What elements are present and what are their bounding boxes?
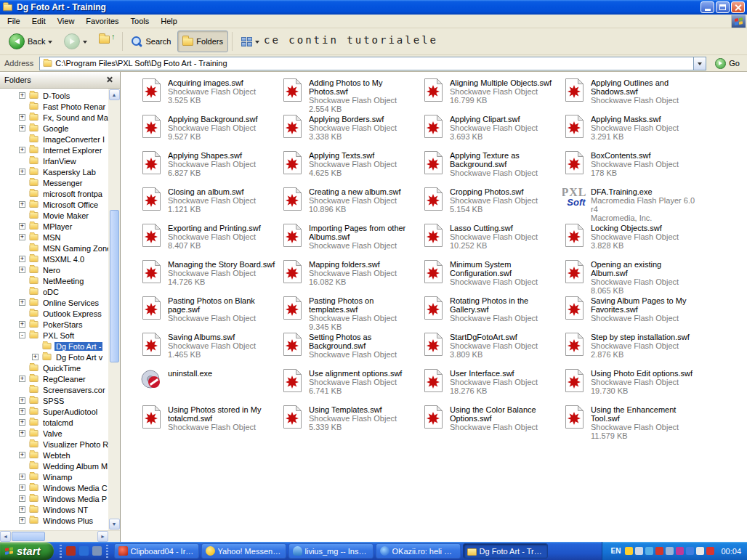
- file-tile[interactable]: Creating a new album.swfShockwave Flash …: [280, 187, 421, 223]
- collapse-icon[interactable]: -: [19, 332, 25, 338]
- tree-item[interactable]: -PXL Soft: [0, 330, 108, 341]
- firewall-tray-icon[interactable]: [676, 547, 684, 555]
- file-tile[interactable]: Use alignment options.swfShockwave Flash…: [280, 368, 421, 405]
- file-tile[interactable]: Lasso Cutting.swfShockwave Flash Object1…: [421, 223, 562, 259]
- tree-item[interactable]: +D-Tools: [0, 90, 108, 101]
- file-tile[interactable]: Using the Color Balance Options.swfShock…: [421, 405, 562, 441]
- tree-item[interactable]: Movie Maker: [0, 210, 108, 221]
- scrollbar-thumb[interactable]: [12, 532, 45, 541]
- expand-icon[interactable]: +: [19, 147, 25, 153]
- tree-item[interactable]: oDC: [0, 286, 108, 297]
- file-tile[interactable]: Applying Texts.swfShockwave Flash Object…: [280, 150, 421, 187]
- tree-item[interactable]: +Kaspersky Lab: [0, 166, 108, 177]
- tree-item[interactable]: +MSN: [0, 232, 108, 243]
- expand-icon[interactable]: +: [19, 506, 25, 513]
- tree-item[interactable]: +PokerStars: [0, 319, 108, 330]
- tree-item[interactable]: +MPlayer: [0, 221, 108, 232]
- scroll-down-button[interactable]: ▼: [109, 519, 120, 529]
- file-tile[interactable]: Using Templates.swfShockwave Flash Objec…: [280, 405, 421, 441]
- file-tile[interactable]: Rotating Photos in the Gallery.swfShockw…: [421, 296, 562, 332]
- expand-icon[interactable]: +: [19, 114, 25, 121]
- views-button[interactable]: [236, 31, 265, 52]
- expand-icon[interactable]: +: [19, 321, 25, 328]
- file-tile[interactable]: Aligning Multiple Objects.swfShockwave F…: [421, 78, 562, 114]
- menu-favorites[interactable]: Favorites: [80, 15, 124, 27]
- file-tile[interactable]: Applying Masks.swfShockwave Flash Object…: [562, 114, 703, 150]
- file-tile[interactable]: Opening an existing Album.swfShockwave F…: [562, 259, 703, 296]
- tree-item[interactable]: Fast Photo Renar: [0, 101, 108, 112]
- taskbar-task[interactable]: livius_mg -- Insta...: [288, 543, 374, 559]
- menu-edit[interactable]: Edit: [26, 15, 52, 27]
- tree-item[interactable]: ImageConverter I: [0, 134, 108, 145]
- language-indicator[interactable]: EN: [611, 547, 621, 555]
- volume-tray-icon[interactable]: [635, 547, 643, 555]
- alert-tray-icon[interactable]: [706, 547, 714, 555]
- file-tile[interactable]: Applying Outlines and Shadows.swfShockwa…: [562, 78, 703, 114]
- file-tile[interactable]: Importing Pages from other Albums.swfSho…: [280, 223, 421, 259]
- back-button[interactable]: Back: [4, 31, 57, 52]
- tree-item[interactable]: +Google: [0, 123, 108, 134]
- file-tile[interactable]: PXLSoftDFA.Training.exeMacromedia Flash …: [562, 187, 703, 223]
- file-tile[interactable]: Applying Clipart.swfShockwave Flash Obje…: [421, 114, 562, 150]
- tree-item[interactable]: +Fx, Sound and Ma: [0, 112, 108, 123]
- file-tile[interactable]: Setting Photos as Background.swfShockwav…: [280, 332, 421, 368]
- expand-icon[interactable]: +: [19, 223, 25, 230]
- scroll-left-button[interactable]: ◄: [0, 531, 11, 542]
- menu-tools[interactable]: Tools: [125, 15, 156, 27]
- file-tile[interactable]: uninstall.exe: [140, 368, 280, 405]
- scheduler-tray-icon[interactable]: [696, 547, 704, 555]
- messenger-tray-icon[interactable]: [645, 547, 653, 555]
- tree-item[interactable]: NetMeeting: [0, 275, 108, 286]
- taskbar-task[interactable]: Yahoo! Messenger: [201, 543, 286, 559]
- address-dropdown-button[interactable]: [693, 57, 706, 70]
- file-tile[interactable]: Pasting Photos on templates.swfShockwave…: [280, 296, 421, 332]
- expand-icon[interactable]: +: [19, 376, 25, 382]
- expand-icon[interactable]: +: [19, 201, 25, 208]
- scroll-up-button[interactable]: ▲: [109, 89, 120, 100]
- tree-item[interactable]: +Internet Explorer: [0, 145, 108, 155]
- tree-item[interactable]: +Microsoft Office: [0, 199, 108, 210]
- tree-item[interactable]: +MSXML 4.0: [0, 253, 108, 264]
- file-tile[interactable]: Exporting and Printing.swfShockwave Flas…: [140, 223, 280, 259]
- tree-item[interactable]: +Nero: [0, 264, 108, 275]
- folders-panel-close-button[interactable]: [104, 75, 116, 86]
- network-tray-icon[interactable]: [666, 547, 674, 555]
- search-button[interactable]: Search: [126, 31, 176, 52]
- tree-item[interactable]: +totalcmd: [0, 417, 108, 428]
- tree-item[interactable]: +Windows Plus: [0, 515, 108, 526]
- tree-item[interactable]: Wedding Album M: [0, 460, 108, 471]
- taskbar-task[interactable]: Clipboard04 - Irf...: [114, 543, 199, 559]
- file-tile[interactable]: Saving Albums.swfShockwave Flash Object1…: [140, 332, 280, 368]
- file-tile[interactable]: StartDgFotoArt.swfShockwave Flash Object…: [421, 332, 562, 368]
- tree-horizontal-scrollbar[interactable]: ◄ ►: [0, 530, 120, 542]
- start-button[interactable]: start: [0, 542, 54, 560]
- expand-icon[interactable]: +: [19, 169, 25, 175]
- file-tile[interactable]: Mapping folders.swfShockwave Flash Objec…: [280, 259, 421, 296]
- scroll-right-button[interactable]: ►: [97, 531, 108, 542]
- close-button[interactable]: [731, 1, 745, 13]
- tree-item[interactable]: Messenger: [0, 177, 108, 188]
- file-tile[interactable]: Adding Photos to My Photos.swfShockwave …: [280, 78, 421, 114]
- yahoo-tray-icon[interactable]: [625, 547, 633, 555]
- menu-help[interactable]: Help: [155, 15, 183, 27]
- expand-icon[interactable]: +: [19, 517, 25, 524]
- file-tile[interactable]: Locking Objects.swfShockwave Flash Objec…: [562, 223, 703, 259]
- menu-file[interactable]: File: [1, 15, 26, 27]
- file-tile[interactable]: Applying Borders.swfShockwave Flash Obje…: [280, 114, 421, 150]
- file-tile[interactable]: Applying Background.swfShockwave Flash O…: [140, 114, 280, 150]
- expand-icon[interactable]: +: [19, 256, 25, 262]
- folders-button[interactable]: Folders: [177, 31, 228, 52]
- tree-item[interactable]: +RegCleaner: [0, 373, 108, 384]
- tree-item[interactable]: +Windows Media C: [0, 482, 108, 493]
- file-tile[interactable]: Pasting Photos on Blank page.swfShockwav…: [140, 296, 280, 332]
- expand-icon[interactable]: +: [19, 408, 25, 415]
- file-tile[interactable]: Saving Album Pages to My Favorites.swfSh…: [562, 296, 703, 332]
- internet-explorer-quicklaunch-icon[interactable]: [79, 546, 89, 556]
- expand-icon[interactable]: +: [19, 267, 25, 273]
- tree-item[interactable]: +Dg Foto Art v: [0, 352, 108, 362]
- expand-icon[interactable]: +: [19, 125, 25, 131]
- quick-launch-handle[interactable]: [60, 545, 62, 558]
- show-desktop-quicklaunch-icon[interactable]: [92, 546, 102, 556]
- file-tile[interactable]: Applying Shapes.swfShockwave Flash Objec…: [140, 150, 280, 187]
- tree-item[interactable]: IrfanView: [0, 155, 108, 166]
